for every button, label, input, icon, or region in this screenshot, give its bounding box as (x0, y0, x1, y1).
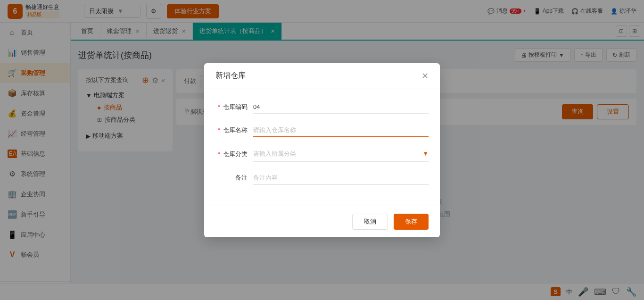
modal-body: * 仓库编码 * 仓库名称 * (204, 89, 440, 206)
cat-required-mark: * (218, 150, 220, 158)
warehouse-name-row: * 仓库名称 (215, 124, 429, 137)
warehouse-note-label: 备注 (215, 174, 253, 182)
warehouse-category-row: * 仓库分类 请输入所属分类 ▼ (215, 147, 429, 162)
warehouse-code-label: * 仓库编码 (215, 103, 253, 111)
warehouse-name-label: * 仓库名称 (215, 126, 253, 134)
category-placeholder: 请输入所属分类 (253, 150, 296, 158)
modal-overlay: 新增仓库 ✕ * 仓库编码 * 仓库名称 (0, 0, 644, 300)
warehouse-name-input-wrap (253, 124, 429, 137)
warehouse-code-input[interactable] (253, 100, 429, 114)
modal-close-button[interactable]: ✕ (421, 71, 429, 81)
code-required-mark: * (218, 103, 220, 110)
warehouse-note-input-wrap (253, 171, 429, 185)
cancel-button[interactable]: 取消 (352, 214, 388, 230)
warehouse-category-select[interactable]: 请输入所属分类 ▼ (253, 147, 429, 162)
warehouse-code-input-wrap (253, 100, 429, 114)
warehouse-note-input[interactable] (253, 171, 429, 185)
modal-header: 新增仓库 ✕ (204, 63, 440, 89)
warehouse-note-row: 备注 (215, 171, 429, 185)
modal-title: 新增仓库 (215, 71, 246, 81)
category-arrow-icon: ▼ (422, 150, 429, 157)
save-button[interactable]: 保存 (394, 214, 429, 230)
warehouse-category-label: * 仓库分类 (215, 150, 253, 158)
warehouse-code-row: * 仓库编码 (215, 100, 429, 114)
warehouse-category-input-wrap: 请输入所属分类 ▼ (253, 147, 429, 162)
name-required-mark: * (218, 126, 220, 133)
modal-footer: 取消 保存 (204, 206, 440, 237)
add-warehouse-modal: 新增仓库 ✕ * 仓库编码 * 仓库名称 (204, 63, 440, 237)
warehouse-name-input[interactable] (253, 124, 429, 137)
